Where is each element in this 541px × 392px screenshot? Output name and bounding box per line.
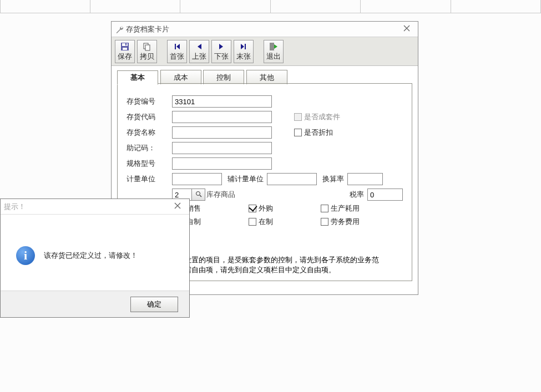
alert-text: 该存货已经定义过，请修改！: [44, 251, 138, 261]
copy-icon: [143, 42, 151, 52]
save-button[interactable]: 保存: [115, 40, 135, 63]
checkbox-icon: [249, 205, 256, 212]
tab-other[interactable]: 其他: [246, 70, 287, 84]
inv-code-label: 存货代码: [127, 112, 172, 122]
svg-rect-2: [123, 48, 127, 50]
checkbox-icon: [294, 129, 302, 136]
first-button[interactable]: 首张: [167, 40, 187, 63]
last-button[interactable]: 末张: [234, 40, 254, 63]
inv-name-input[interactable]: [172, 126, 272, 139]
svg-rect-5: [145, 45, 150, 50]
next-icon: [218, 42, 225, 52]
wip-checkbox[interactable]: 在制: [249, 217, 321, 227]
next-button[interactable]: 下张: [211, 40, 231, 63]
save-icon: [120, 42, 129, 52]
factor-input[interactable]: [347, 173, 383, 185]
last-label: 末张: [236, 52, 251, 62]
prod-cons-checkbox[interactable]: 生产耗用: [321, 203, 398, 213]
toolbar: 保存 拷贝 首张 上张 下张: [112, 37, 418, 66]
wrench-icon: [115, 25, 124, 34]
copy-button[interactable]: 拷贝: [137, 40, 157, 63]
spec-input[interactable]: [172, 157, 272, 170]
alert-titlebar: 提示！: [1, 199, 189, 215]
spec-label: 规格型号: [127, 159, 172, 169]
ok-button[interactable]: 确定: [130, 297, 178, 312]
hint-text: 设置的项目，是受账套参数的控制，请先到各子系统的业务范 需自由项，请先到自定义项…: [184, 255, 405, 275]
checkbox-icon: [249, 218, 256, 226]
alert-dialog: 提示！ i 该存货已经定义过，请修改！ 确定: [0, 198, 190, 318]
tab-control[interactable]: 控制: [203, 70, 244, 84]
checkbox-icon: [321, 205, 328, 212]
mnemonic-input[interactable]: [172, 142, 272, 154]
checkbox-icon: [321, 218, 328, 226]
inv-no-input[interactable]: [172, 95, 272, 108]
prev-icon: [195, 42, 203, 52]
first-label: 首张: [170, 52, 184, 62]
dialog-title: 存货档案卡片: [126, 24, 169, 34]
inv-name-label: 存货名称: [127, 128, 172, 138]
next-label: 下张: [214, 52, 229, 62]
is-discount-checkbox[interactable]: 是否折扣: [294, 128, 333, 138]
class-lookup-button[interactable]: [192, 189, 205, 201]
svg-rect-3: [125, 43, 127, 45]
save-label: 保存: [118, 52, 132, 62]
prev-label: 上张: [192, 52, 206, 62]
taxrate-label: 税率: [350, 190, 364, 200]
taxrate-input[interactable]: [367, 189, 403, 201]
service-fee-checkbox[interactable]: 劳务费用: [321, 217, 398, 227]
tab-basic[interactable]: 基本: [117, 70, 158, 85]
aux-uom-input[interactable]: [267, 173, 317, 185]
exit-icon: [269, 42, 278, 52]
aux-uom-label: 辅计量单位: [227, 174, 264, 184]
titlebar: 存货档案卡片: [112, 22, 418, 37]
tab-cost[interactable]: 成本: [160, 70, 201, 84]
purchase-checkbox[interactable]: 外购: [249, 203, 321, 213]
last-icon: [240, 42, 247, 52]
tab-strip: 基本 成本 控制 其他: [117, 69, 412, 84]
factor-label: 换算率: [322, 174, 344, 184]
close-dialog-button[interactable]: [398, 23, 416, 36]
prev-button[interactable]: 上张: [189, 40, 209, 63]
background-table-header: [0, 0, 541, 13]
inv-no-label: 存货编号: [127, 96, 172, 106]
uom-label: 计量单位: [127, 174, 172, 184]
alert-title: 提示！: [4, 202, 26, 212]
exit-button[interactable]: 退出: [264, 40, 284, 63]
svg-rect-1: [122, 43, 128, 46]
alert-close-button[interactable]: [169, 200, 186, 213]
svg-point-7: [196, 191, 200, 195]
first-icon: [173, 42, 181, 52]
svg-rect-6: [270, 43, 274, 50]
close-icon: [174, 202, 181, 211]
mnemonic-label: 助记码：: [127, 143, 172, 153]
class-lookup-text: 库存商品: [206, 190, 235, 200]
is-kit-checkbox: 是否成套件: [294, 112, 340, 122]
inv-code-input[interactable]: [172, 111, 272, 123]
exit-label: 退出: [266, 52, 281, 62]
checkbox-icon: [294, 113, 302, 121]
copy-label: 拷贝: [140, 52, 154, 62]
close-icon: [403, 25, 410, 33]
uom-input[interactable]: [172, 173, 222, 185]
info-icon: i: [16, 246, 35, 265]
search-icon: [195, 191, 202, 199]
